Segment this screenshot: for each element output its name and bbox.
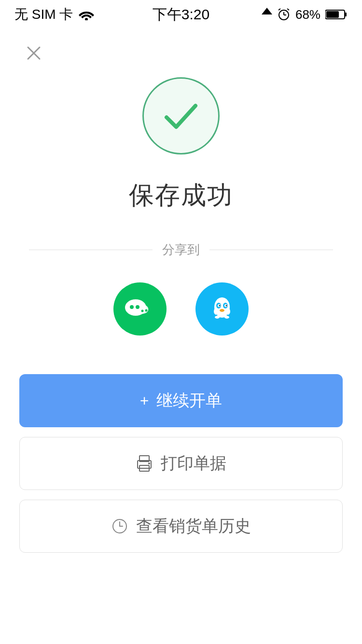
wechat-share-button[interactable] [113, 282, 167, 336]
checkmark-icon [162, 99, 200, 133]
share-divider: 分享到 [0, 241, 362, 258]
success-title: 保存成功 [129, 179, 233, 212]
svg-rect-6 [326, 11, 339, 18]
status-bar: 无 SIM 卡 下午3:20 68% [0, 0, 362, 29]
continue-label: 继续开单 [156, 390, 222, 412]
svg-point-22 [225, 305, 227, 306]
status-left: 无 SIM 卡 [14, 5, 94, 24]
print-label: 打印单据 [161, 452, 226, 475]
continue-button[interactable]: + 继续开单 [19, 374, 343, 427]
svg-point-15 [214, 308, 219, 315]
continue-icon: + [140, 392, 149, 410]
svg-point-13 [145, 309, 148, 312]
history-button[interactable]: 查看销货单历史 [19, 500, 343, 553]
svg-point-12 [141, 310, 144, 312]
location-icon [262, 8, 272, 21]
svg-rect-5 [345, 13, 347, 16]
battery-text: 68% [295, 7, 320, 22]
status-time: 下午3:20 [153, 5, 209, 25]
svg-point-30 [148, 462, 150, 464]
share-label: 分享到 [153, 241, 209, 258]
svg-point-11 [136, 305, 139, 309]
print-button[interactable]: 打印单据 [19, 437, 343, 490]
status-right: 68% [262, 7, 348, 22]
battery-icon [325, 9, 348, 20]
no-sim-text: 无 SIM 卡 [14, 5, 73, 24]
wifi-icon [79, 9, 94, 20]
svg-point-10 [130, 305, 134, 309]
main-content: 保存成功 分享到 [0, 29, 362, 553]
divider-right [209, 250, 333, 250]
svg-point-23 [220, 309, 224, 312]
action-buttons: + 继续开单 打印单据 查看销货单历史 [0, 374, 362, 553]
divider-left [29, 250, 153, 250]
svg-point-21 [219, 305, 220, 306]
qq-share-button[interactable] [195, 282, 249, 336]
svg-point-25 [215, 316, 220, 319]
history-label: 查看销货单历史 [136, 515, 251, 537]
svg-point-26 [224, 316, 229, 319]
share-icons-container [113, 282, 249, 336]
close-button[interactable] [19, 39, 48, 68]
alarm-icon [277, 8, 291, 21]
svg-point-0 [85, 18, 88, 20]
success-circle [142, 77, 220, 154]
history-icon [111, 518, 128, 535]
svg-point-16 [225, 308, 230, 315]
printer-icon [136, 455, 153, 472]
